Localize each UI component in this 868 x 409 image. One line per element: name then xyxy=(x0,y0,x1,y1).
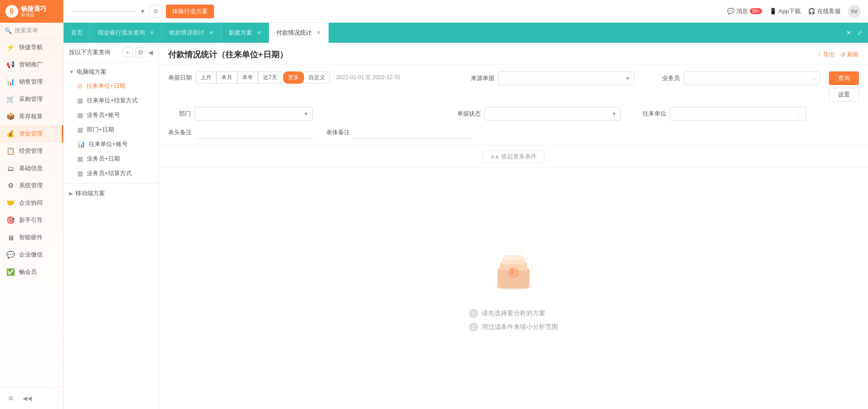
settings-bottom-btn[interactable]: ⚙ xyxy=(5,392,17,404)
collapse-panel-btn[interactable]: ◀ xyxy=(148,49,153,56)
filter-row-2: 部门 ▼ 单据状态 ▼ xyxy=(168,107,859,121)
sidebar-item-system[interactable]: ⚙ 系统管理 xyxy=(0,177,63,194)
page-header-actions: ↑ 导出 ↺ 刷新 xyxy=(818,50,859,59)
sidebar-item-funds[interactable]: 💰 资金管理 xyxy=(0,125,63,142)
tab-payment[interactable]: 付款情况统计 ✕ xyxy=(269,23,329,43)
sidebar-item-inventory[interactable]: 📦 库存核算 xyxy=(0,108,63,125)
body-note-filter: 表体备注 xyxy=(323,126,472,139)
topbar-dropdown-arrow[interactable]: ▼ xyxy=(140,8,146,15)
scheme-staff-account[interactable]: ▦ 业务员+账号 xyxy=(64,108,159,122)
custom-btn[interactable]: 自定义 xyxy=(304,71,330,84)
collapse-sidebar-btn[interactable]: ◀◀ xyxy=(21,392,34,404)
header-note-input[interactable] xyxy=(195,126,314,139)
close-all-btn[interactable]: ✕ xyxy=(846,29,852,36)
left-panel-actions: + ⚙ ◀ xyxy=(123,47,153,57)
scheme-dept-date-icon: ▦ xyxy=(77,126,83,133)
guide-icon: 🎯 xyxy=(6,216,15,224)
add-scheme-btn[interactable]: + xyxy=(123,47,133,57)
logo-icon: 6 xyxy=(5,5,18,18)
sidebar-item-hardware[interactable]: 🖥 智能硬件 xyxy=(0,229,63,246)
collapse-conditions-btn[interactable]: ∧∧ 收起更多条件 xyxy=(483,150,544,163)
scheme-staff-date-label: 业务员+日期 xyxy=(87,155,120,163)
scheme-unit-account[interactable]: 📊 往来单位+账号 xyxy=(64,137,159,151)
scheme-staff-date[interactable]: ▦ 业务员+日期 xyxy=(64,151,159,166)
tab-bank-label: 现金银行流水查询 xyxy=(98,29,145,37)
search-menu[interactable]: 🔍 搜索菜单 xyxy=(0,23,63,39)
tab-new-scheme[interactable]: 新建方案 ✕ xyxy=(221,23,269,43)
sidebar-item-quick-nav[interactable]: ⚡ 快捷导航 xyxy=(0,39,63,56)
scheme-settings-btn[interactable]: ⚙ xyxy=(135,47,145,57)
tab-home[interactable]: 首页 xyxy=(64,23,90,43)
app-download-btn[interactable]: 📱 App下载 xyxy=(769,7,801,15)
pc-group-label: 电脑端方案 xyxy=(77,68,106,76)
doc-status-select[interactable]: ▼ xyxy=(484,107,621,121)
industry-btn[interactable]: 体验行业方案 xyxy=(166,5,214,18)
unit-arrow: ... xyxy=(798,111,802,116)
dept-label: 部门 xyxy=(168,110,191,118)
export-btn[interactable]: ↑ 导出 xyxy=(818,50,835,59)
query-btn[interactable]: 查询 xyxy=(829,71,859,85)
sidebar-item-label: 快捷导航 xyxy=(19,43,43,51)
tab-payment-close[interactable]: ✕ xyxy=(316,30,321,36)
empty-msg-num-2: 2 xyxy=(469,323,478,332)
online-service-btn[interactable]: 🎧 在线客服 xyxy=(808,7,841,15)
sidebar-item-label: 采购管理 xyxy=(19,95,43,103)
filter-area: 单据日期 上月 本月 本年 近7天 更多 自定义 2022-01-01 至 20… xyxy=(159,65,868,146)
collapse-label: 收起更多条件 xyxy=(501,152,537,161)
filter-settings-btn[interactable]: 设置 xyxy=(829,88,859,101)
scheme-unit-payment[interactable]: ▦ 往来单位+结算方式 xyxy=(64,93,159,108)
topbar: ——————————— ▼ ⚙ 体验行业方案 💬 消息 99+ 📱 App下载 … xyxy=(64,0,868,23)
sidebar-item-sales[interactable]: 📊 销售管理 xyxy=(0,73,63,91)
pc-group-header[interactable]: ▼ 电脑端方案 xyxy=(64,65,159,79)
doc-status-label: 单据状态 xyxy=(454,110,481,118)
pc-scheme-group: ▼ 电脑端方案 ⊙ 往来单位+日期 ▦ 往来单位+结算方式 ▦ 业务员+账号 ▦ xyxy=(64,62,159,183)
tab-bank[interactable]: 现金银行流水查询 ✕ xyxy=(90,23,162,43)
dept-arrow: ▼ xyxy=(304,111,309,116)
empty-illustration: ? xyxy=(486,245,541,300)
topbar-settings-btn[interactable]: ⚙ xyxy=(150,5,162,18)
tab-new-scheme-close[interactable]: ✕ xyxy=(257,30,261,36)
mobile-group-label: 移动端方案 xyxy=(75,189,105,197)
this-month-btn[interactable]: 本月 xyxy=(216,71,237,84)
wechat-icon: 💬 xyxy=(6,251,15,259)
scheme-dept-date[interactable]: ▦ 部门+日期 xyxy=(64,122,159,137)
left-panel-header: 按以下方案查询 + ⚙ ◀ xyxy=(64,43,159,62)
scheme-unit-date[interactable]: ⊙ 往来单位+日期 xyxy=(64,79,159,93)
dept-filter: 部门 ▼ xyxy=(168,107,313,121)
last-7-btn[interactable]: 近7天 xyxy=(258,71,282,84)
sidebar-item-wechat[interactable]: 💬 企业微信 xyxy=(0,246,63,263)
tab-payment-label: 付款情况统计 xyxy=(276,29,312,37)
scheme-unit-account-icon: 📊 xyxy=(77,141,85,148)
notification-btn[interactable]: 💬 消息 99+ xyxy=(727,7,762,15)
sidebar-item-marketing[interactable]: 📢 营销推广 xyxy=(0,56,63,73)
sidebar-item-operation[interactable]: 📋 经营管理 xyxy=(0,142,63,160)
hardware-icon: 🖥 xyxy=(6,233,15,242)
inventory-icon: 📦 xyxy=(6,112,15,121)
body-note-input[interactable] xyxy=(354,126,472,139)
dept-select[interactable]: ▼ xyxy=(195,107,313,121)
staff-select[interactable]: ... xyxy=(683,71,820,85)
topbar-right: 💬 消息 99+ 📱 App下载 🎧 在线客服 Rit xyxy=(727,5,861,18)
more-btn[interactable]: 更多 xyxy=(283,71,304,84)
sidebar-item-purchase[interactable]: 🛒 采购管理 xyxy=(0,91,63,108)
tab-receipt-close[interactable]: ✕ xyxy=(209,30,214,36)
tab-bank-close[interactable]: ✕ xyxy=(150,30,154,36)
tab-receipt[interactable]: 收款情况统计 ✕ xyxy=(162,23,221,43)
sidebar-item-guide[interactable]: 🎯 新手引导 xyxy=(0,212,63,229)
user-avatar[interactable]: Rit xyxy=(848,5,861,18)
unit-select[interactable]: ... xyxy=(670,107,806,121)
sidebar-item-member[interactable]: ✅ 畅会员 xyxy=(0,263,63,281)
maximize-btn[interactable]: ⤢ xyxy=(857,29,863,36)
scheme-staff-payment[interactable]: ▦ 业务员+结算方式 xyxy=(64,166,159,181)
source-select[interactable]: ▼ xyxy=(498,71,634,85)
refresh-btn[interactable]: ↺ 刷新 xyxy=(840,50,859,59)
staff-filter: 业务员 ... xyxy=(653,71,820,85)
last-month-btn[interactable]: 上月 xyxy=(195,71,216,84)
sidebar-item-enterprise[interactable]: 🤝 企业协同 xyxy=(0,194,63,212)
sidebar-item-basic[interactable]: 🗂 基础信息 xyxy=(0,160,63,177)
this-year-btn[interactable]: 本年 xyxy=(237,71,258,84)
member-icon: ✅ xyxy=(6,268,15,276)
tab-new-scheme-label: 新建方案 xyxy=(229,29,252,37)
filter-row-1: 单据日期 上月 本月 本年 近7天 更多 自定义 2022-01-01 至 20… xyxy=(168,71,859,101)
mobile-group-header[interactable]: ▶ 移动端方案 xyxy=(64,187,159,200)
